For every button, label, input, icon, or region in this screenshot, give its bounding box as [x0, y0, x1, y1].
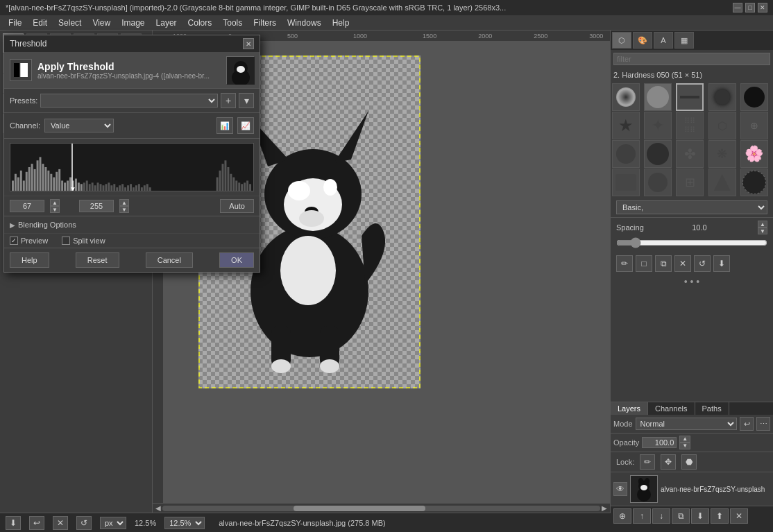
scroll-right-arrow[interactable]: ▶: [600, 504, 609, 512]
brush-item-20[interactable]: [740, 169, 768, 196]
brush-item-9[interactable]: ⬡: [708, 112, 736, 139]
menu-colors[interactable]: Colors: [182, 17, 218, 29]
unit-select[interactable]: px: [100, 517, 126, 529]
brush-tab-color[interactable]: 🎨: [633, 32, 652, 49]
preset-menu-button[interactable]: ▾: [239, 93, 254, 108]
layer-mode-reset[interactable]: ↩: [740, 417, 754, 431]
layer-lower[interactable]: ↓: [652, 508, 670, 524]
preset-add-button[interactable]: +: [221, 93, 236, 108]
brush-tab-gradient[interactable]: ▦: [674, 32, 694, 49]
channel-btn-1[interactable]: 📊: [216, 117, 233, 134]
brush-item-2[interactable]: [644, 83, 672, 111]
minimize-button[interactable]: —: [733, 3, 742, 12]
split-view-checkbox[interactable]: [62, 237, 70, 245]
layer-merge[interactable]: ⬆: [711, 508, 729, 524]
layer-anchor[interactable]: ⬇: [691, 508, 709, 524]
layer-new[interactable]: ⊕: [613, 508, 631, 524]
lock-pixels[interactable]: ✏: [640, 454, 655, 470]
brush-action-save[interactable]: ⬇: [713, 255, 730, 272]
layer-visibility-toggle[interactable]: 👁: [613, 482, 627, 496]
menu-file[interactable]: File: [3, 17, 27, 29]
high-up[interactable]: ▲: [119, 199, 129, 206]
brush-item-1[interactable]: [612, 83, 640, 111]
menu-layer[interactable]: Layer: [151, 17, 182, 29]
brush-action-refresh[interactable]: ↺: [694, 255, 711, 272]
tab-layers[interactable]: Layers: [611, 402, 648, 415]
scroll-left-arrow[interactable]: ◀: [154, 504, 162, 512]
tab-paths[interactable]: Paths: [695, 402, 729, 415]
brush-action-copy[interactable]: ⧉: [655, 255, 672, 272]
low-up[interactable]: ▲: [50, 199, 60, 206]
status-delete[interactable]: ✕: [53, 516, 68, 530]
cancel-button[interactable]: Cancel: [146, 252, 193, 268]
spacing-slider[interactable]: [616, 237, 767, 248]
brush-mode-select[interactable]: Basic,: [616, 200, 767, 214]
zoom-select[interactable]: 12.5%: [164, 517, 205, 529]
blending-label[interactable]: Blending Options: [18, 221, 76, 229]
brush-tab-pattern[interactable]: ⬡: [612, 32, 631, 49]
brush-item-13[interactable]: ✤: [676, 140, 704, 168]
lock-position[interactable]: ✥: [661, 454, 676, 470]
menu-edit[interactable]: Edit: [27, 17, 53, 29]
layer-mode-select[interactable]: Normal: [636, 418, 737, 430]
layer-raise[interactable]: ↑: [633, 508, 651, 524]
menu-image[interactable]: Image: [116, 17, 150, 29]
low-threshold-input[interactable]: [10, 200, 44, 212]
lock-alpha[interactable]: ⬣: [681, 454, 697, 470]
brush-item-7[interactable]: ✦: [644, 112, 672, 139]
layer-duplicate[interactable]: ⧉: [672, 508, 690, 524]
menu-view[interactable]: View: [87, 17, 116, 29]
menu-filters[interactable]: Filters: [248, 17, 282, 29]
brush-item-5[interactable]: [740, 83, 768, 111]
presets-select[interactable]: [40, 94, 218, 108]
brush-item-17[interactable]: [644, 169, 672, 196]
menu-select[interactable]: Select: [53, 17, 87, 29]
ok-button[interactable]: OK: [219, 252, 254, 268]
brush-item-18[interactable]: ⊞: [676, 169, 704, 196]
brush-item-14[interactable]: ❋: [708, 140, 736, 168]
brush-item-10[interactable]: ⊕: [740, 112, 768, 139]
opacity-input[interactable]: [642, 437, 677, 448]
high-threshold-input[interactable]: [79, 200, 114, 212]
brush-item-4[interactable]: [708, 83, 736, 111]
reset-button[interactable]: Reset: [76, 252, 119, 268]
brush-item-15[interactable]: 🌸: [740, 140, 768, 168]
layer-mode-extra[interactable]: ⋯: [756, 417, 770, 431]
dialog-close-button[interactable]: ✕: [243, 38, 254, 49]
scroll-track[interactable]: [162, 506, 600, 511]
scroll-thumb[interactable]: [294, 506, 425, 511]
brush-item-6[interactable]: ★: [612, 112, 640, 139]
brush-item-3[interactable]: [676, 83, 704, 111]
menu-tools[interactable]: Tools: [217, 17, 248, 29]
opacity-down[interactable]: ▼: [679, 443, 690, 449]
status-restore[interactable]: ↺: [76, 516, 92, 530]
maximize-button[interactable]: □: [745, 3, 755, 12]
brush-action-duplicate[interactable]: □: [636, 255, 652, 272]
status-undo[interactable]: ↩: [29, 516, 44, 530]
preview-checkbox[interactable]: ✓: [10, 237, 18, 245]
spacing-down[interactable]: ▼: [758, 228, 767, 234]
brush-filter-input[interactable]: [613, 53, 770, 65]
menu-help[interactable]: Help: [327, 17, 355, 29]
tab-channels[interactable]: Channels: [648, 402, 695, 415]
close-button[interactable]: ✕: [758, 3, 767, 12]
dialog-titlebar[interactable]: Threshold ✕: [4, 35, 260, 52]
brush-item-8[interactable]: ⠿⠿⠿⠿: [676, 112, 704, 139]
spacing-up[interactable]: ▲: [758, 221, 767, 228]
menu-windows[interactable]: Windows: [282, 17, 327, 29]
layer-delete[interactable]: ✕: [730, 508, 748, 524]
brush-item-16[interactable]: [612, 169, 640, 196]
status-export[interactable]: ⬇: [6, 516, 21, 530]
brush-item-19[interactable]: [708, 169, 736, 196]
opacity-up[interactable]: ▲: [679, 436, 690, 443]
brush-action-edit[interactable]: ✏: [616, 255, 633, 272]
brush-tab-text[interactable]: A: [654, 32, 673, 49]
channel-btn-2[interactable]: 📈: [237, 117, 254, 134]
high-down[interactable]: ▼: [119, 206, 129, 213]
brush-action-delete[interactable]: ✕: [674, 255, 691, 272]
auto-button[interactable]: Auto: [220, 199, 254, 213]
low-down[interactable]: ▼: [50, 206, 60, 213]
help-button[interactable]: Help: [10, 252, 49, 268]
blending-options-row[interactable]: ▶ Blending Options: [4, 216, 260, 233]
brush-item-12[interactable]: [644, 140, 672, 168]
